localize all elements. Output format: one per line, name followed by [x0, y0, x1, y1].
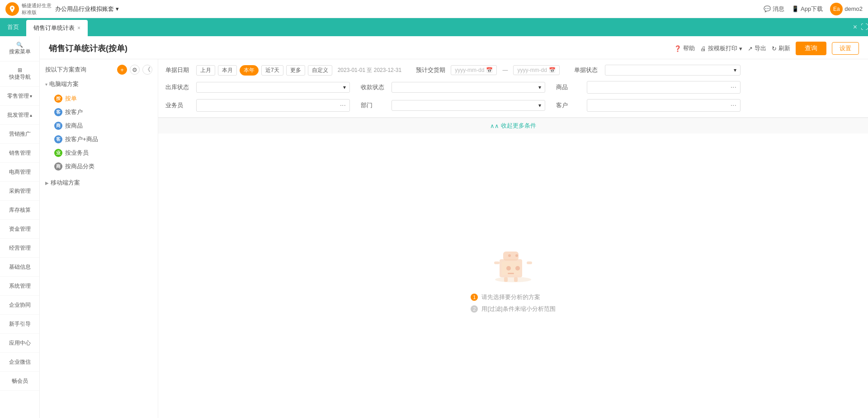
scheme-icon-category: 商 — [54, 162, 62, 171]
empty-tip-1: 1 请先选择要分析的方案 — [471, 293, 555, 301]
payment-status-select[interactable]: ▾ — [392, 82, 545, 93]
grid-icon: ⊞ — [18, 67, 22, 73]
sidebar-item-basic-info[interactable]: 基础信息 — [0, 258, 39, 277]
help-btn[interactable]: ❓ 帮助 — [674, 44, 695, 52]
date-range-text: 2023-01-01 至 2023-12-31 — [338, 66, 401, 74]
scheme-settings-btn[interactable]: ⚙ — [130, 65, 140, 75]
sidebar-item-newbie[interactable]: 新手引导 — [0, 315, 39, 334]
window-close-icon[interactable]: × — [853, 23, 857, 31]
sidebar-item-purchase[interactable]: 采购管理 — [0, 182, 39, 201]
scheme-item-by-customer[interactable]: 客 按客户 — [45, 105, 152, 119]
avatar: Ea — [830, 3, 843, 15]
sidebar-item-wechat[interactable]: 企业微信 — [0, 353, 39, 372]
logo-icon — [5, 2, 19, 16]
topbar-right: 💬 消息 📱 App下载 Ea demo2 — [764, 3, 863, 15]
salesperson-input[interactable]: ··· — [196, 99, 350, 112]
sidebar-item-system[interactable]: 系统管理 — [0, 277, 39, 296]
inner-layout: 按以下方案查询 + ⚙ 《 ▾ 电脑端方案 按 按 — [40, 59, 868, 418]
sidebar-item-inventory[interactable]: 库存核算 — [0, 201, 39, 220]
sidebar-item-marketing[interactable]: 营销推广 — [0, 125, 39, 144]
empty-state: 1 请先选择要分析的方案 2 用[过滤]条件来缩小分析范围 — [158, 133, 868, 418]
date-btn-this-year[interactable]: 本年 — [240, 65, 259, 76]
tab-sales-order-stats[interactable]: 销售订单统计表 × — [26, 20, 88, 36]
left-panel-header: 按以下方案查询 + ⚙ 《 — [40, 63, 158, 78]
date-btn-more[interactable]: 更多 — [286, 65, 305, 76]
sidebar-item-app-center[interactable]: 应用中心 — [0, 334, 39, 353]
help-icon: ❓ — [674, 45, 681, 52]
scheme-item-by-customer-goods[interactable]: 客 按客户+商品 — [45, 133, 152, 146]
department-select[interactable]: ▾ — [392, 100, 545, 111]
user-menu[interactable]: Ea demo2 — [830, 3, 863, 15]
phone-icon: 📱 — [792, 5, 799, 12]
topbar-left: 畅捷通好生意 标准版 办公用品行业模拟账套 ▾ — [5, 2, 119, 16]
page-title: 销售订单统计表(按单) — [49, 43, 127, 54]
mobile-section-header[interactable]: ▶ 移动端方案 — [45, 177, 152, 189]
sidebar-item-quick-nav[interactable]: ⊞ 快捷导航 — [0, 62, 39, 87]
desktop-section-header[interactable]: ▾ 电脑端方案 — [45, 78, 152, 90]
logo-text: 畅捷通好生意 标准版 — [22, 2, 52, 15]
date-btn-last-month[interactable]: 上月 — [196, 65, 215, 76]
collapse-btn[interactable]: ∧∧ 收起更多条件 — [490, 122, 536, 130]
collapse-panel-btn[interactable]: 《 — [142, 65, 152, 75]
sidebar-item-search[interactable]: 🔍 搜索菜单 — [0, 36, 39, 62]
right-panel: 单据日期 上月 本月 本年 近7天 更多 自定义 2023-01-01 至 20… — [158, 59, 868, 418]
app-download-btn[interactable]: 📱 App下载 — [792, 5, 823, 13]
scheme-icon-order: 按 — [54, 95, 62, 103]
svg-point-12 — [515, 254, 518, 257]
chevron-up-icon: ∧∧ — [490, 123, 499, 129]
date-btn-7days[interactable]: 近7天 — [261, 65, 283, 76]
date-to-input[interactable]: yyyy-mm-dd 📅 — [513, 65, 559, 75]
sidebar-item-operations[interactable]: 经营管理 — [0, 239, 39, 258]
scheme-item-by-goods[interactable]: 商 按商品 — [45, 119, 152, 133]
out-status-select[interactable]: ▾ — [196, 82, 350, 93]
left-panel-icons: + ⚙ 《 — [117, 65, 152, 75]
query-button[interactable]: 查询 — [796, 42, 826, 55]
scheme-item-by-category[interactable]: 商 按商品分类 — [45, 160, 152, 173]
date-btn-custom[interactable]: 自定义 — [308, 65, 332, 76]
add-scheme-btn[interactable]: + — [117, 65, 127, 75]
sidebar-item-finance[interactable]: 资金管理 — [0, 220, 39, 239]
sidebar-item-retail[interactable]: 零售管理 ▾ — [0, 87, 39, 106]
svg-point-0 — [495, 277, 531, 282]
filter-collapse-bar: ∧∧ 收起更多条件 — [158, 118, 868, 133]
settings-button[interactable]: 设置 — [832, 42, 859, 55]
sidebar-item-wholesale[interactable]: 批发管理 ▴ — [0, 106, 39, 125]
tip-num-1: 1 — [471, 294, 478, 301]
filter-area: 单据日期 上月 本月 本年 近7天 更多 自定义 2023-01-01 至 20… — [158, 59, 868, 118]
status-select[interactable]: ▾ — [605, 65, 741, 76]
expand-icon: ▴ — [30, 113, 32, 118]
scheme-item-by-order[interactable]: 按 按单 — [45, 92, 152, 105]
print-btn[interactable]: 🖨 按模板打印 ▾ — [700, 44, 742, 52]
messages-btn[interactable]: 💬 消息 — [764, 5, 784, 13]
scheme-item-by-salesperson[interactable]: 业 按业务员 — [45, 146, 152, 160]
svg-point-11 — [508, 254, 511, 257]
empty-illustration — [486, 239, 540, 284]
svg-rect-5 — [508, 273, 514, 274]
refresh-btn[interactable]: ↻ 刷新 — [772, 44, 790, 52]
sidebar-item-sales[interactable]: 销售管理 — [0, 144, 39, 163]
chevron-down-icon: ▾ — [538, 84, 541, 90]
tab-home[interactable]: 首页 — [0, 18, 26, 36]
svg-rect-9 — [527, 261, 532, 264]
content-area: 销售订单统计表(按单) ❓ 帮助 🖨 按模板打印 ▾ ↗ 导出 ↻ 刷新 — [40, 36, 868, 418]
tip-num-2: 2 — [471, 305, 478, 313]
print-icon: 🖨 — [700, 45, 706, 52]
refresh-icon: ↻ — [772, 45, 777, 52]
sidebar-item-ecommerce[interactable]: 电商管理 — [0, 163, 39, 182]
sidebar-item-enterprise[interactable]: 企业协同 — [0, 296, 39, 315]
filter-row-3: 业务员 ··· 部门 ▾ 客户 ··· — [165, 99, 861, 112]
date-from-input[interactable]: yyyy-mm-dd 📅 — [451, 65, 497, 75]
svg-point-3 — [506, 266, 511, 271]
date-btn-this-month[interactable]: 本月 — [218, 65, 237, 76]
filter-row-1: 单据日期 上月 本月 本年 近7天 更多 自定义 2023-01-01 至 20… — [165, 65, 861, 76]
window-maximize-icon[interactable]: ⛶ — [861, 23, 868, 31]
goods-input[interactable]: ··· — [587, 81, 741, 94]
export-btn[interactable]: ↗ 导出 — [748, 44, 766, 52]
sidebar: 🔍 搜索菜单 ⊞ 快捷导航 零售管理 ▾ 批发管理 ▴ 营销推广 销售管理 电商… — [0, 36, 40, 418]
customer-input[interactable]: ··· — [587, 99, 741, 112]
svg-point-4 — [515, 266, 520, 271]
sidebar-item-member[interactable]: 畅会员 — [0, 372, 39, 391]
company-selector[interactable]: 办公用品行业模拟账套 ▾ — [55, 5, 119, 13]
svg-rect-8 — [494, 261, 500, 264]
tab-close-icon[interactable]: × — [77, 25, 80, 31]
